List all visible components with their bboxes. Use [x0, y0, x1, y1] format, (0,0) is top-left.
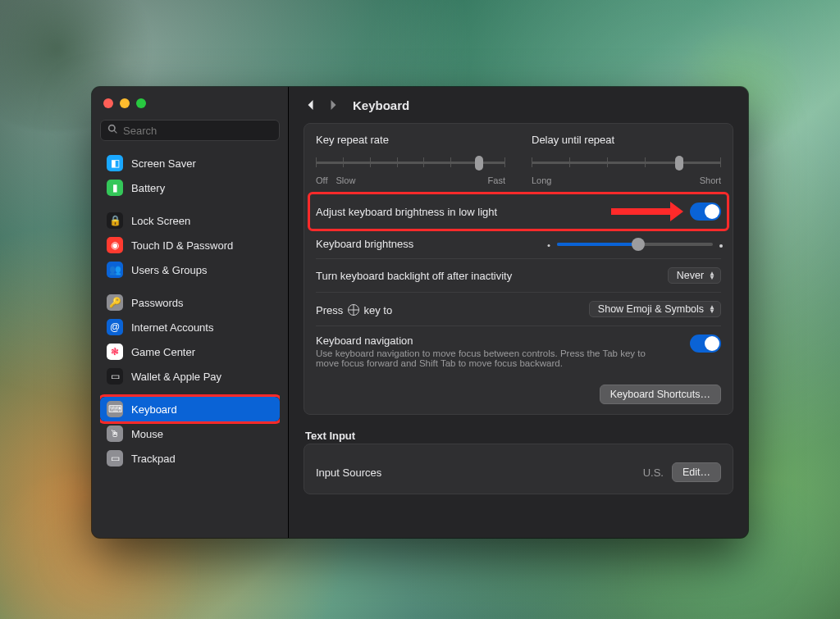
- lock-icon: 🔒: [107, 212, 123, 229]
- sidebar-item-lock-screen[interactable]: 🔒 Lock Screen: [100, 208, 280, 233]
- window-controls: [100, 97, 280, 120]
- page-title: Keyboard: [353, 98, 409, 112]
- backlight-off-select[interactable]: Never ▲▼: [668, 267, 721, 284]
- titlebar: Keyboard: [289, 87, 748, 123]
- input-sources-edit-button[interactable]: Edit…: [672, 462, 721, 482]
- trackpad-icon: ▭: [107, 450, 123, 467]
- globe-key-value: Show Emoji & Symbols: [598, 303, 704, 315]
- zoom-icon[interactable]: [136, 98, 146, 108]
- keyboard-shortcuts-button[interactable]: Keyboard Shortcuts…: [600, 385, 721, 404]
- scale-long: Long: [532, 175, 551, 185]
- repeat-sliders: Key repeat rate Off Slow Fast: [316, 134, 721, 193]
- brightness-label: Keyboard brightness: [316, 238, 413, 250]
- mouse-icon: 🖱: [107, 426, 123, 442]
- scale-slow: Slow: [336, 175, 355, 185]
- minimize-icon[interactable]: [120, 98, 130, 108]
- search-input[interactable]: [123, 125, 272, 137]
- key-icon: 🔑: [107, 294, 123, 311]
- sidebar-item-label: Users & Groups: [131, 264, 207, 276]
- brightness-slider[interactable]: [549, 243, 721, 246]
- sidebar-item-label: Passwords: [131, 297, 184, 309]
- backlight-off-label: Turn keyboard backlight off after inacti…: [316, 270, 512, 282]
- key-repeat-label: Key repeat rate: [316, 134, 505, 146]
- chevron-updown-icon: ▲▼: [709, 271, 715, 280]
- row-brightness: Keyboard brightness: [316, 229, 721, 258]
- sidebar-item-users-groups[interactable]: 👥 Users & Groups: [100, 257, 280, 282]
- sidebar-item-label: Game Center: [131, 346, 195, 358]
- keyboard-panel: Key repeat rate Off Slow Fast: [304, 123, 733, 415]
- close-icon[interactable]: [103, 98, 113, 108]
- keyboard-nav-desc: Use keyboard navigation to move focus be…: [316, 348, 660, 368]
- row-auto-brightness: Adjust keyboard brightness in low light: [316, 193, 721, 229]
- search-icon: [107, 124, 118, 137]
- sidebar-item-label: Wallet & Apple Pay: [131, 371, 221, 383]
- delay-repeat-slider[interactable]: [532, 154, 721, 171]
- input-sources-value: U.S.: [643, 467, 664, 479]
- row-input-sources: Input Sources U.S. Edit…: [316, 454, 721, 494]
- backlight-off-value: Never: [677, 270, 704, 281]
- globe-key-select[interactable]: Show Emoji & Symbols ▲▼: [589, 301, 721, 317]
- system-settings-window: ◧ Screen Saver ▮ Battery 🔒 Lock Screen ◉…: [92, 87, 748, 538]
- row-keyboard-nav: Keyboard navigation Use keyboard navigat…: [316, 325, 721, 376]
- sidebar-item-label: Battery: [131, 182, 165, 194]
- globe-icon: [348, 304, 359, 316]
- sidebar-item-touch-id[interactable]: ◉ Touch ID & Password: [100, 233, 280, 257]
- keyboard-icon: ⌨: [107, 401, 123, 417]
- sidebar-item-wallet[interactable]: ▭ Wallet & Apple Pay: [100, 364, 280, 389]
- globe-key-label: Press key to: [316, 303, 392, 316]
- forward-button[interactable]: [325, 95, 341, 115]
- keyboard-nav-toggle[interactable]: [690, 335, 721, 353]
- sidebar-nav: ◧ Screen Saver ▮ Battery 🔒 Lock Screen ◉…: [100, 151, 280, 538]
- search-field[interactable]: [100, 120, 280, 141]
- sidebar-item-keyboard[interactable]: ⌨ Keyboard: [100, 397, 280, 421]
- row-backlight-off: Turn keyboard backlight off after inacti…: [316, 258, 721, 292]
- sidebar-item-label: Mouse: [131, 428, 163, 440]
- sidebar-item-trackpad[interactable]: ▭ Trackpad: [100, 446, 280, 471]
- chevron-updown-icon: ▲▼: [709, 305, 715, 313]
- at-icon: @: [107, 319, 123, 335]
- sidebar-item-internet-accounts[interactable]: @ Internet Accounts: [100, 315, 280, 339]
- battery-icon: ▮: [107, 180, 123, 196]
- keyboard-nav-label: Keyboard navigation: [316, 335, 690, 347]
- sidebar-item-label: Internet Accounts: [131, 321, 213, 334]
- scale-fast: Fast: [488, 175, 505, 185]
- game-center-icon: ❃: [107, 344, 123, 360]
- sidebar-item-passwords[interactable]: 🔑 Passwords: [100, 290, 280, 315]
- screen-saver-icon: ◧: [107, 155, 123, 171]
- row-globe-key: Press key to Show Emoji & Symbols ▲▼: [316, 292, 721, 325]
- back-button[interactable]: [302, 95, 318, 115]
- sidebar-item-label: Lock Screen: [131, 215, 190, 227]
- sidebar: ◧ Screen Saver ▮ Battery 🔒 Lock Screen ◉…: [92, 87, 289, 538]
- sidebar-item-game-center[interactable]: ❃ Game Center: [100, 339, 280, 364]
- annotation-arrow: [611, 202, 683, 221]
- sidebar-item-label: Screen Saver: [131, 157, 196, 170]
- sidebar-item-label: Touch ID & Password: [131, 239, 233, 252]
- sidebar-item-battery[interactable]: ▮ Battery: [100, 175, 280, 200]
- auto-brightness-toggle[interactable]: [690, 203, 721, 221]
- auto-brightness-label: Adjust keyboard brightness in low light: [316, 206, 497, 218]
- text-input-panel: Input Sources U.S. Edit…: [304, 444, 733, 494]
- key-repeat-slider[interactable]: [316, 154, 505, 171]
- delay-repeat-label: Delay until repeat: [532, 134, 721, 146]
- fingerprint-icon: ◉: [107, 237, 123, 253]
- users-icon: 👥: [107, 262, 123, 278]
- text-input-title: Text Input: [305, 430, 733, 442]
- scale-off: Off: [316, 175, 327, 185]
- content-pane: Keyboard Key repeat rate Off Slow: [289, 87, 748, 538]
- sidebar-item-mouse[interactable]: 🖱 Mouse: [100, 421, 280, 446]
- sidebar-item-screen-saver[interactable]: ◧ Screen Saver: [100, 151, 280, 175]
- input-sources-label: Input Sources: [316, 467, 381, 479]
- scale-short: Short: [700, 175, 721, 185]
- sidebar-item-label: Keyboard: [131, 403, 177, 416]
- wallet-icon: ▭: [107, 368, 123, 385]
- sidebar-item-label: Trackpad: [131, 453, 176, 465]
